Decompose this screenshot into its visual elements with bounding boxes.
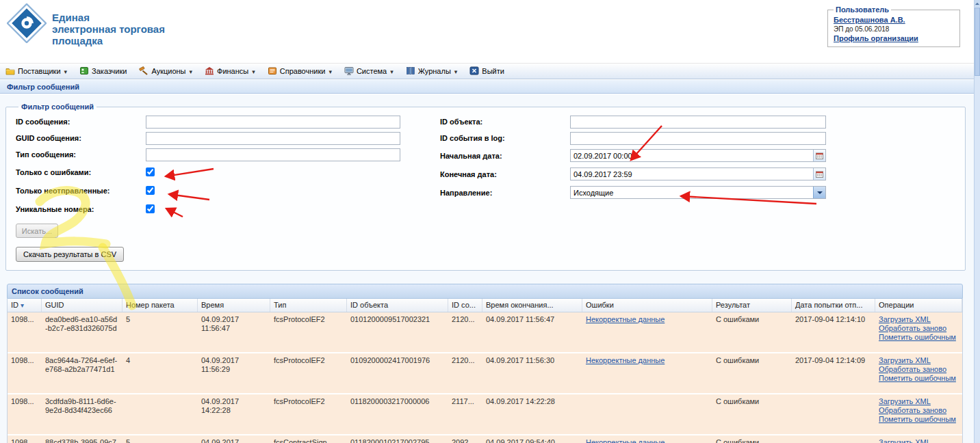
chevron-down-icon	[64, 67, 68, 75]
message-guid-input[interactable]	[146, 132, 400, 145]
error-link[interactable]: Некорректные данные	[586, 438, 665, 443]
only-unsent-checkbox[interactable]	[146, 186, 155, 195]
column-header-errors[interactable]: Ошибки	[582, 299, 712, 312]
message-type-input[interactable]	[146, 148, 400, 161]
chevron-down-icon[interactable]	[813, 187, 825, 198]
mark-erroneous-link[interactable]: Пометить ошибочным	[879, 333, 959, 342]
scroll-up-icon[interactable]	[975, 0, 980, 7]
cell-result: С ошибками	[712, 312, 792, 352]
end-date-label: Конечная дата:	[440, 170, 570, 178]
menu-item-label: Финансы	[217, 67, 248, 75]
menu-item-customers[interactable]: Заказчики	[79, 66, 127, 77]
cell-object-id: 0101200009517002321	[347, 312, 448, 352]
menu-item-directories[interactable]: Справочники	[268, 66, 332, 77]
cell-guid: dea0bed6-ea10-a56d-b2c7-e831d326075d	[42, 312, 122, 352]
column-header-result[interactable]: Результат	[712, 299, 792, 312]
calendar-icon[interactable]	[813, 150, 825, 161]
log-event-id-input[interactable]	[570, 132, 826, 145]
menu-item-journals[interactable]: Журналы	[406, 66, 458, 77]
messages-grid: Список сообщений ID GUID Номер пакета Вр…	[7, 284, 963, 443]
object-id-input[interactable]	[570, 116, 826, 129]
table-row[interactable]: 1098... dea0bed6-ea10-a56d-b2c7-e831d326…	[8, 312, 962, 353]
vertical-scrollbar[interactable]	[974, 0, 980, 443]
column-header-object-id[interactable]: ID объекта	[347, 299, 448, 312]
direction-input[interactable]	[570, 186, 826, 199]
error-link[interactable]: Некорректные данные	[586, 356, 665, 364]
org-profile-link[interactable]: Профиль организации	[834, 33, 954, 43]
download-csv-button[interactable]: Скачать результаты в CSV	[16, 247, 124, 262]
menu-item-finance[interactable]: Финансы	[205, 66, 255, 77]
menu-item-label: Выйти	[482, 67, 504, 75]
cell-end-time: 04.09.2017 14:22:28	[482, 394, 582, 434]
direction-label: Направление:	[440, 189, 570, 197]
column-header-id[interactable]: ID	[8, 299, 42, 312]
start-date-input[interactable]	[570, 149, 826, 162]
load-xml-link[interactable]: Загрузить XML	[879, 356, 959, 365]
calendar-icon[interactable]	[813, 168, 825, 180]
start-date-label: Начальная дата:	[440, 152, 570, 160]
error-link[interactable]: Некорректные данные	[586, 315, 665, 323]
grid-title: Список сообщений	[7, 284, 963, 299]
chevron-down-icon	[189, 67, 193, 75]
chevron-down-icon	[251, 67, 255, 75]
cell-id: 1098...	[8, 435, 42, 443]
cell-guid: 3cdfda9b-8111-6d6e-9e2d-8d34f423ec66	[42, 394, 122, 434]
message-type-label: Тип сообщения:	[16, 150, 146, 159]
start-date-field	[570, 149, 826, 162]
table-row[interactable]: 1098... 88cd378b-3995-09c7-b575 5 04.09.…	[8, 435, 962, 443]
table-row[interactable]: 1098... 3cdfda9b-8111-6d6e-9e2d-8d34f423…	[8, 394, 962, 435]
cell-type: fcsProtocolEF2	[270, 312, 347, 352]
column-header-type[interactable]: Тип	[270, 299, 347, 312]
column-header-event-id[interactable]: ID со...	[448, 299, 482, 312]
logo-line: электронная торговая	[52, 23, 165, 35]
menu-item-logout[interactable]: Выйти	[469, 66, 504, 77]
page: Единая электронная торговая площадка Пол…	[0, 0, 980, 443]
load-xml-link[interactable]: Загрузить XML	[879, 438, 959, 443]
cell-result: С ошибками	[712, 353, 792, 393]
logout-icon	[469, 66, 479, 77]
column-header-attempt-date[interactable]: Дата попытки отп...	[792, 299, 875, 312]
cell-guid: 88cd378b-3995-09c7-b575	[42, 435, 122, 443]
column-header-end-time[interactable]: Время окончания...	[482, 299, 582, 312]
reprocess-link[interactable]: Обработать заново	[879, 324, 959, 333]
reprocess-link[interactable]: Обработать заново	[879, 406, 959, 415]
only-errors-checkbox[interactable]	[146, 167, 155, 176]
cell-end-time: 04.09.2017 11:56:30	[482, 353, 582, 393]
logo[interactable]	[7, 3, 48, 44]
table-row[interactable]: 1098... 8ac9644a-7264-e6ef-e768-a2b2a774…	[8, 353, 962, 394]
mark-erroneous-link[interactable]: Пометить ошибочным	[879, 415, 959, 424]
only-errors-label: Только с ошибками:	[16, 168, 146, 176]
user-name-link[interactable]: Бесстрашнова А.В.	[834, 15, 954, 25]
search-button[interactable]: Искать...	[16, 224, 58, 238]
menu-item-suppliers[interactable]: Поставщики	[5, 66, 67, 77]
grid-body: 1098... dea0bed6-ea10-a56d-b2c7-e831d326…	[7, 312, 963, 443]
column-header-operations[interactable]: Операции	[875, 299, 962, 312]
cell-attempt-date	[792, 435, 875, 443]
menu-item-system[interactable]: Система	[344, 66, 394, 77]
menu-item-label: Поставщики	[18, 67, 61, 75]
menu-item-label: Аукционы	[151, 67, 185, 75]
menu-item-auctions[interactable]: Аукционы	[139, 66, 192, 77]
unique-numbers-checkbox[interactable]	[146, 204, 155, 213]
unique-numbers-label: Уникальные номера:	[16, 205, 146, 213]
reprocess-link[interactable]: Обработать заново	[879, 365, 959, 374]
cell-time: 04.09.2017 11:56:29	[198, 353, 270, 393]
cell-result: С ошибками	[712, 394, 792, 434]
message-id-input[interactable]	[146, 116, 400, 129]
cell-id: 1098...	[8, 312, 42, 352]
header: Единая электронная торговая площадка Пол…	[0, 0, 974, 63]
scrollbar-thumb[interactable]	[975, 8, 980, 76]
object-id-label: ID объекта:	[440, 118, 570, 126]
load-xml-link[interactable]: Загрузить XML	[879, 315, 959, 324]
column-header-time[interactable]: Время	[198, 299, 270, 312]
column-header-packet[interactable]: Номер пакета	[122, 299, 198, 312]
logo-title[interactable]: Единая электронная торговая площадка	[52, 12, 165, 46]
cell-operations: Загрузить XML Обработать заново Пометить…	[875, 312, 962, 352]
end-date-input[interactable]	[570, 167, 826, 180]
column-header-guid[interactable]: GUID	[42, 299, 122, 312]
load-xml-link[interactable]: Загрузить XML	[879, 397, 959, 406]
menu-item-label: Справочники	[280, 67, 326, 75]
page-title-bar: Фильтр сообщений	[0, 80, 974, 94]
finance-icon	[205, 66, 214, 77]
mark-erroneous-link[interactable]: Пометить ошибочным	[879, 374, 959, 383]
